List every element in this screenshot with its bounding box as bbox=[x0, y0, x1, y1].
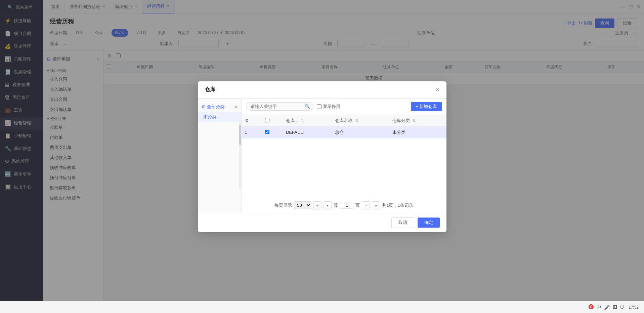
taskbar-icon-1: 🅢 bbox=[589, 304, 594, 310]
taskbar: 🅢 中 🎤 🖼 🛡 17:52 bbox=[0, 301, 644, 313]
taskbar-icon-4: 🖼 bbox=[612, 305, 617, 310]
modal-confirm-btn[interactable]: 确定 bbox=[418, 218, 440, 228]
settings-icon[interactable]: ⚙ bbox=[245, 118, 249, 123]
modal-th-name: 仓库名称 ⇅ bbox=[332, 115, 389, 127]
modal-title: 仓库 bbox=[205, 86, 215, 93]
sort-icon: ⇅ bbox=[412, 118, 416, 123]
modal-page-size-select[interactable]: 50 100 bbox=[294, 201, 311, 209]
modal-page-size-label: 每页显示 bbox=[274, 202, 292, 208]
modal-th-settings: ⚙ bbox=[242, 115, 262, 127]
taskbar-icon-5: 🛡 bbox=[620, 305, 625, 310]
taskbar-icon-2: 中 bbox=[597, 304, 601, 310]
modal-right: 🔍 显示停用 + 新增仓库 ⚙ bbox=[242, 99, 446, 213]
modal-left-collapse-icon[interactable]: « bbox=[234, 104, 237, 109]
sort-icon: ⇅ bbox=[355, 118, 359, 123]
modal-toolbar: 🔍 显示停用 + 新增仓库 bbox=[242, 99, 446, 115]
row-category: 未分类 bbox=[389, 126, 446, 138]
grid-icon: ⊞ bbox=[202, 104, 206, 109]
modal-left-all-category[interactable]: ⊞ 全部分类 « bbox=[198, 102, 241, 112]
modal-page-label: 算 bbox=[334, 202, 338, 208]
modal-header: 仓库 ✕ bbox=[198, 81, 446, 99]
taskbar-icons: 🅢 中 🎤 🖼 🛡 bbox=[589, 304, 625, 310]
sort-icon: ⇅ bbox=[301, 118, 304, 123]
modal-close-btn[interactable]: ✕ bbox=[435, 86, 440, 93]
modal-left-unclassified[interactable]: 未分类 bbox=[198, 112, 241, 122]
modal-left-nav: ⊞ 全部分类 « 未分类 bbox=[198, 99, 242, 213]
modal-prev-page-btn[interactable]: ‹ bbox=[324, 201, 332, 209]
modal-body: ⊞ 全部分类 « 未分类 bbox=[198, 99, 446, 213]
modal-table: ⚙ 仓库... ⇅ 仓库名称 ⇅ bbox=[242, 115, 446, 139]
modal-overlay: 仓库 ✕ ⊞ 全部分类 « 未分类 bbox=[0, 0, 644, 313]
modal-search-input[interactable] bbox=[246, 102, 313, 111]
modal-next-page-btn[interactable]: › bbox=[362, 201, 370, 209]
modal-th-category: 仓库分类 ⇅ bbox=[389, 115, 446, 127]
modal-th-code: 仓库... ⇅ bbox=[283, 115, 332, 127]
modal-left-all-label: 全部分类 bbox=[207, 104, 224, 110]
modal-cancel-btn[interactable]: 取消 bbox=[391, 217, 414, 228]
modal-table-header-row: ⚙ 仓库... ⇅ 仓库名称 ⇅ bbox=[242, 115, 446, 127]
modal-total-records: 共1页，1条记录 bbox=[382, 202, 413, 208]
row-name: 总仓 bbox=[332, 126, 389, 138]
modal-th-checkbox bbox=[262, 115, 283, 127]
row-settings: 1 bbox=[242, 126, 262, 138]
modal-pagination: 每页显示 50 100 « ‹ 算 页 › » 共1页，1条记录 bbox=[242, 198, 446, 213]
show-disabled-label[interactable]: 显示停用 bbox=[317, 104, 340, 110]
row-checkbox bbox=[262, 126, 283, 138]
modal-first-page-btn[interactable]: « bbox=[313, 201, 321, 209]
modal-search-icon: 🔍 bbox=[305, 104, 310, 109]
modal-select-all[interactable] bbox=[265, 118, 269, 122]
modal-footer: 取消 确定 bbox=[198, 213, 446, 232]
table-row[interactable]: 1 DEFAULT 总仓 未分类 bbox=[242, 126, 446, 138]
taskbar-time: 17:52 bbox=[629, 305, 639, 310]
show-disabled-checkbox[interactable] bbox=[317, 104, 321, 109]
row-code: DEFAULT bbox=[283, 126, 332, 138]
add-warehouse-btn[interactable]: + 新增仓库 bbox=[411, 102, 441, 111]
modal-last-page-btn[interactable]: » bbox=[372, 201, 380, 209]
modal-page-input[interactable] bbox=[340, 202, 353, 209]
warehouse-modal: 仓库 ✕ ⊞ 全部分类 « 未分类 bbox=[198, 81, 446, 232]
modal-page-end: 页 bbox=[355, 202, 360, 208]
taskbar-icon-3: 🎤 bbox=[604, 305, 610, 310]
